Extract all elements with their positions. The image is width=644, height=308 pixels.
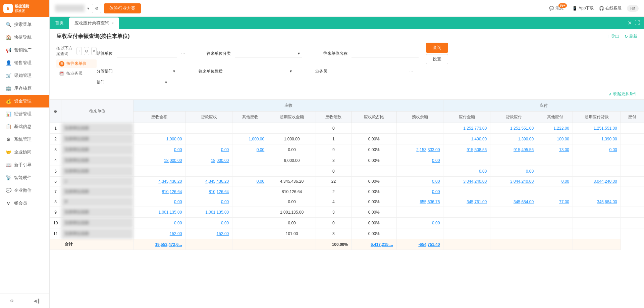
sidebar-item-smart-hw[interactable]: 📡 智能硬件 (0, 171, 49, 184)
sidebar-item-search[interactable]: 🔍 搜索菜单 (0, 18, 49, 31)
sidebar-item-wx[interactable]: 💬 企业微信 (0, 184, 49, 197)
partner-name-input[interactable] (352, 50, 419, 57)
collapse-scheme-btn[interactable]: « (91, 47, 97, 55)
table-row: 7往来单位名称810,126.64810,126.64810,126.6420.… (50, 186, 644, 197)
sidebar-item-base-info[interactable]: 📋 基础信息 (0, 120, 49, 133)
topbar-dropdown[interactable]: ▾ (87, 6, 89, 11)
sidebar-item-purchase[interactable]: 🛒 采购管理 (0, 69, 49, 82)
sidebar-item-management[interactable]: 📊 经营管理 (0, 107, 49, 120)
th-ar-count: 应收笔数 (316, 112, 352, 123)
sales-icon: 👤 (5, 60, 11, 66)
export-icon: ↑ (608, 34, 610, 39)
summary-ar-prepay[interactable]: 6,417,215.... (351, 239, 396, 250)
sidebar-item-quick-nav[interactable]: 🏠 快捷导航 (0, 31, 49, 44)
page-title: 应收应付余额查询(按往来单位) (56, 33, 130, 40)
sidebar-item-guide[interactable]: 📖 新手引导 (0, 159, 49, 171)
sidebar-item-label: 资金管理 (14, 98, 32, 104)
scheme-icon-salesperson: ⏰ (59, 71, 64, 76)
page-header-actions: ↑ 导出 ↻ 刷新 (608, 34, 637, 39)
table-container[interactable]: ⚙ 往来单位 应收 应付 应收金额 贷款应收 其他应收 超期应收金额 应收笔数 … (50, 100, 644, 308)
sidebar-item-label: 销售管理 (14, 60, 32, 66)
dept-select[interactable]: ▾ (109, 79, 169, 86)
partner-name-cell: 往来单位名称 (61, 228, 133, 239)
chevron-down-icon-2: ▾ (173, 69, 175, 74)
search-icon: 🔍 (5, 21, 11, 28)
branch-dept-select[interactable]: ▾ (117, 68, 177, 75)
table-row: 9往来单位名称1,001,135.001,001,135.001,001,135… (50, 207, 644, 218)
sidebar-item-label: 库存核算 (14, 85, 32, 91)
salesperson-dots[interactable]: ··· (409, 69, 413, 74)
chevron-down-icon-3: ▾ (290, 69, 292, 74)
sidebar-settings-btn[interactable]: ⚙ (7, 297, 17, 305)
sidebar-item-sales[interactable]: 👤 销售管理 (0, 56, 49, 69)
summary-ap-total[interactable]: -654,751.40 (396, 239, 443, 250)
setting-btn[interactable]: 设置 (426, 54, 448, 64)
tab-close-btn[interactable]: × (111, 21, 114, 26)
partner-name-cell: 往来单位名称 (61, 155, 133, 166)
sidebar-item-finance[interactable]: 💰 资金管理 (0, 95, 49, 107)
scheme-item-partner[interactable]: 财 按往来单位 (56, 59, 97, 68)
scheme-item-salesperson[interactable]: ⏰ 按业务员 (56, 69, 97, 78)
data-table: ⚙ 往来单位 应收 应付 应收金额 贷款应收 其他应收 超期应收金额 应收笔数 … (50, 100, 644, 250)
main-content: 资金管理路径 ▾ ⚙ 体验行业方案 💬 消息 99+ 📱 App下载 🎧 在线客… (50, 0, 644, 308)
partner-name-cell: 往来单位名称 (61, 207, 133, 218)
message-badge: 99+ (558, 3, 567, 8)
table-row: 8P0.000.000.0040.00%655,636.75345,761.00… (50, 197, 644, 207)
scheme-label: 按以下方案查询 (56, 45, 74, 57)
tab-close-window-btn[interactable]: ✕ (628, 20, 632, 26)
query-btn[interactable]: 查询 (426, 43, 448, 53)
sidebar-item-inventory[interactable]: 🏢 库存核算 (0, 82, 49, 95)
export-label: 导出 (611, 34, 619, 39)
th-ap-other: 其他应付 (537, 112, 573, 123)
app-download-btn[interactable]: 📱 App下载 (572, 5, 594, 11)
sidebar-item-coop[interactable]: 🤝 企业协同 (0, 146, 49, 159)
settlement-unit-input[interactable] (117, 50, 177, 57)
page-area: 应收应付余额查询(按往来单位) ↑ 导出 ↻ 刷新 (50, 29, 644, 308)
summary-ar-total[interactable]: 19,553,472,6... (133, 239, 185, 250)
sidebar-item-label: 畅会员 (14, 200, 27, 206)
scheme-panel: 按以下方案查询 + ⊙ « 财 按往来单位 ⏰ 按业务员 (56, 43, 97, 99)
message-btn[interactable]: 💬 消息 99+ (549, 5, 564, 11)
topbar-gear-btn[interactable]: ⚙ (92, 4, 101, 13)
sidebar-collapse-btn[interactable]: ◀▐ (30, 297, 43, 305)
coop-icon: 🤝 (5, 149, 11, 155)
partner-category-select[interactable]: ▾ (235, 50, 302, 57)
summary-label: 合计 (61, 239, 133, 250)
sidebar-item-system[interactable]: ⚙ 系统管理 (0, 133, 49, 146)
refresh-label: 刷新 (629, 34, 637, 39)
solution-btn[interactable]: 体验行业方案 (104, 3, 141, 13)
partner-name-cell: 往来单位名称 (61, 186, 133, 197)
th-settings[interactable]: ⚙ (50, 100, 61, 123)
management-icon: 📊 (5, 111, 11, 117)
sidebar-item-member[interactable]: V 畅会员 (0, 197, 49, 210)
settlement-unit-dots[interactable]: ··· (181, 51, 185, 56)
chevron-down-icon: ▾ (298, 51, 300, 56)
guide-icon: 📖 (5, 162, 11, 168)
partner-name-cell: 往来单位名称 (61, 218, 133, 228)
scheme-icon-partner: 财 (59, 61, 64, 67)
export-btn[interactable]: ↑ 导出 (608, 34, 619, 39)
tab-maximize-btn[interactable]: ⛶ (635, 20, 640, 26)
tab-active[interactable]: 应收应付余额查询 × (69, 17, 119, 29)
partner-name-label: 往来单位名称 (323, 51, 347, 56)
refresh-btn[interactable]: ↻ 刷新 (625, 34, 637, 39)
partner-name-cell: 往来单位名称 (61, 123, 133, 134)
sidebar-footer: ⚙ ◀▐ (0, 294, 49, 308)
finance-icon: 💰 (5, 98, 11, 104)
salesperson-input[interactable] (331, 68, 405, 75)
sidebar-item-marketing[interactable]: 📢 营销推广 (0, 44, 49, 56)
edit-scheme-btn[interactable]: ⊙ (84, 47, 89, 55)
system-icon: ⚙ (5, 136, 11, 142)
add-scheme-btn[interactable]: + (76, 47, 82, 55)
partner-name-cell: √ (61, 177, 133, 186)
tab-active-label: 应收应付余额查询 (74, 20, 109, 26)
marketing-icon: 📢 (5, 47, 11, 53)
service-btn[interactable]: 🎧 在线客服 (599, 5, 622, 11)
refresh-icon: ↻ (625, 34, 628, 39)
user-menu[interactable]: Rit (627, 5, 639, 12)
collapse-btn[interactable]: ∧ 收起更多条件 (609, 91, 637, 97)
filter-row-1: 结算单位 ··· 往来单位分类 ▾ 往来单位名称 (97, 43, 637, 64)
sidebar-item-label: 智能硬件 (14, 175, 32, 181)
tab-home[interactable]: 首页 (50, 17, 69, 29)
partner-nature-select[interactable]: ▾ (227, 68, 294, 75)
